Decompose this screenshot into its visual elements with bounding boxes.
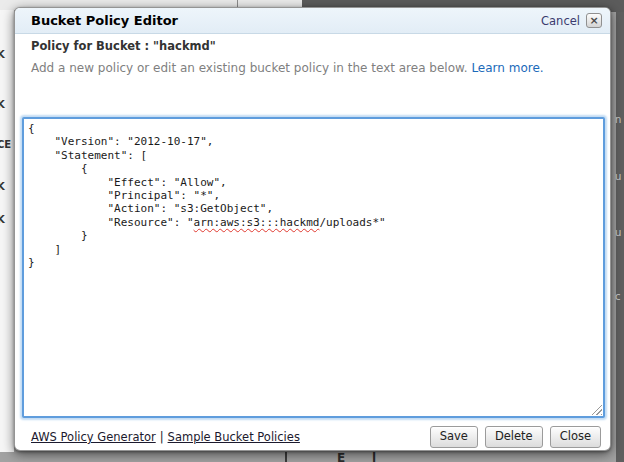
bg-fragment: c xyxy=(615,292,621,302)
delete-button[interactable]: Delete xyxy=(485,426,543,448)
bg-fragment: n xyxy=(615,115,621,125)
bg-fragment: E xyxy=(337,453,345,462)
bg-fragment: K xyxy=(0,50,5,60)
link-separator: | xyxy=(160,430,164,444)
cancel-link[interactable]: Cancel xyxy=(541,14,580,28)
bg-fragment: CE xyxy=(0,140,11,150)
description-body: Add a new policy or edit an existing buc… xyxy=(31,61,468,75)
dialog-title: Bucket Policy Editor xyxy=(31,13,178,28)
policy-text-pre: { "Version": "2012-10-17", "Statement": … xyxy=(28,122,273,229)
background-divider xyxy=(285,452,287,462)
close-button[interactable]: Close xyxy=(550,426,601,448)
bucket-policy-editor-dialog: Bucket Policy Editor Cancel × Policy for… xyxy=(14,7,611,451)
policy-textarea[interactable]: { "Version": "2012-10-17", "Statement": … xyxy=(22,117,605,418)
policy-text-misspelled: arn:aws:s3:::hackmd xyxy=(194,216,320,229)
bg-fragment: K xyxy=(0,215,5,225)
resize-handle-icon[interactable] xyxy=(591,404,602,415)
policy-for-bucket-label: Policy for Bucket : "hackmd" xyxy=(31,39,216,53)
learn-more-link[interactable]: Learn more. xyxy=(471,61,543,75)
policy-text: { "Version": "2012-10-17", "Statement": … xyxy=(24,119,603,272)
bg-fragment: u xyxy=(615,228,621,238)
background-page-bottom: E l xyxy=(0,452,616,462)
background-page-left: K K CE K K xyxy=(0,10,14,452)
dialog-footer: AWS Policy Generator|Sample Bucket Polic… xyxy=(31,424,601,450)
aws-policy-generator-link[interactable]: AWS Policy Generator xyxy=(31,430,156,444)
close-icon[interactable]: × xyxy=(586,13,602,28)
sample-bucket-policies-link[interactable]: Sample Bucket Policies xyxy=(168,430,300,444)
bg-fragment: l xyxy=(372,453,376,462)
description-text: Add a new policy or edit an existing buc… xyxy=(31,61,596,75)
header-actions: Cancel × xyxy=(541,13,602,28)
button-row: Save Delete Close xyxy=(430,426,601,448)
bg-fragment: K xyxy=(0,182,5,192)
dialog-header: Bucket Policy Editor Cancel × xyxy=(15,8,610,34)
bg-fragment: K xyxy=(0,100,5,110)
save-button[interactable]: Save xyxy=(430,426,478,448)
footer-links: AWS Policy Generator|Sample Bucket Polic… xyxy=(31,430,300,444)
bg-fragment: u xyxy=(615,172,621,182)
background-page-right: n u u c xyxy=(616,12,624,462)
